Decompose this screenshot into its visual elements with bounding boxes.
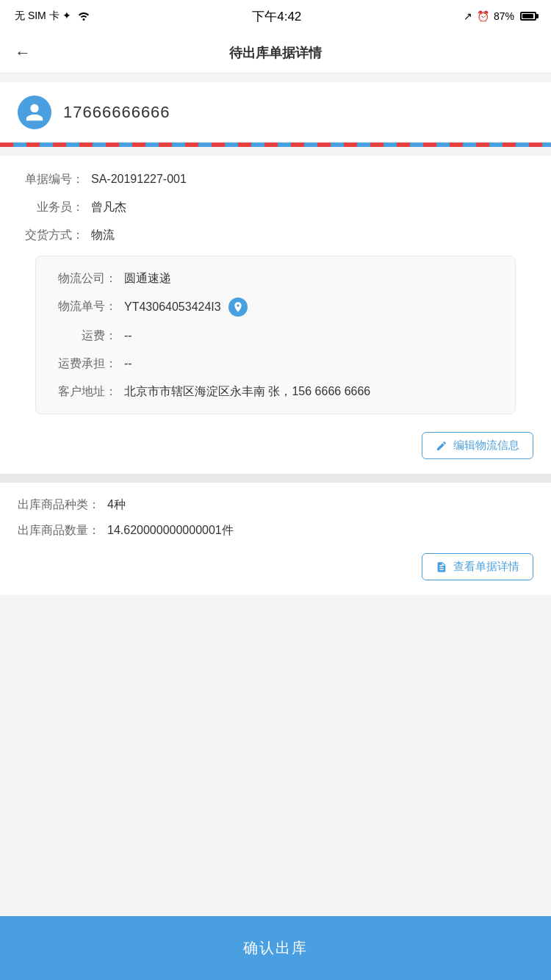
tracking-location-icon[interactable] bbox=[228, 298, 248, 317]
agent-value: 曾凡杰 bbox=[91, 198, 533, 216]
delivery-row: 交货方式： 物流 bbox=[18, 226, 533, 244]
tracking-value: YT43064053424I3 bbox=[124, 298, 221, 316]
tracking-number-row: 物流单号： YT43064053424I3 bbox=[51, 298, 500, 317]
tracking-value-row: YT43064053424I3 bbox=[117, 298, 248, 317]
page-title: 待出库单据详情 bbox=[229, 44, 322, 62]
view-details-button[interactable]: 查看单据详情 bbox=[422, 553, 533, 580]
agent-row: 业务员： 曾凡杰 bbox=[18, 198, 533, 216]
confirm-btn-wrapper: 确认出库 bbox=[0, 916, 551, 980]
goods-type-label: 出库商品种类： bbox=[18, 497, 100, 513]
nav-bar: ← 待出库单据详情 bbox=[0, 32, 551, 73]
document-number-value: SA-20191227-001 bbox=[91, 170, 533, 188]
edit-btn-row: 编辑物流信息 bbox=[18, 426, 533, 459]
user-phone: 17666666666 bbox=[63, 103, 170, 122]
goods-quantity-value: 14.620000000000001件 bbox=[107, 523, 234, 538]
logistics-company-value: 圆通速递 bbox=[124, 270, 500, 287]
freight-label: 运费： bbox=[51, 327, 117, 345]
freight-bearer-value: -- bbox=[124, 355, 500, 372]
document-icon bbox=[436, 561, 447, 573]
logistics-company-row: 物流公司： 圆通速递 bbox=[51, 270, 500, 287]
status-left: 无 SIM 卡 ✦ bbox=[15, 10, 90, 23]
address-value: 北京市市辖区海淀区永丰南 张，156 6666 6666 bbox=[124, 383, 500, 400]
confirm-outbound-button[interactable]: 确认出库 bbox=[18, 928, 533, 968]
wifi-icon bbox=[77, 10, 90, 23]
status-time: 下午4:42 bbox=[252, 8, 301, 25]
goods-quantity-row: 出库商品数量： 14.620000000000001件 bbox=[18, 523, 533, 538]
edit-logistics-label: 编辑物流信息 bbox=[453, 439, 519, 453]
bottom-spacer bbox=[0, 595, 551, 742]
logistics-company-label: 物流公司： bbox=[51, 270, 117, 287]
document-number-row: 单据编号： SA-20191227-001 bbox=[18, 170, 533, 188]
freight-bearer-row: 运费承担： -- bbox=[51, 355, 500, 372]
goods-section: 出库商品种类： 4种 出库商品数量： 14.620000000000001件 bbox=[0, 483, 551, 553]
basic-info-section: 单据编号： SA-20191227-001 业务员： 曾凡杰 交货方式： 物流 … bbox=[0, 156, 551, 474]
delivery-label: 交货方式： bbox=[18, 226, 84, 244]
alarm-icon: ⏰ bbox=[477, 10, 489, 22]
back-button[interactable]: ← bbox=[9, 37, 37, 68]
section-divider bbox=[0, 474, 551, 483]
view-btn-row: 查看单据详情 bbox=[0, 553, 551, 595]
document-number-label: 单据编号： bbox=[18, 170, 84, 188]
sim-status: 无 SIM 卡 ✦ bbox=[15, 10, 71, 23]
avatar bbox=[18, 96, 51, 129]
logistics-card: 物流公司： 圆通速递 物流单号： YT43064053424I3 运费： -- … bbox=[35, 256, 516, 414]
address-label: 客户地址： bbox=[51, 383, 117, 400]
location-status-icon: ↗ bbox=[464, 10, 472, 22]
goods-quantity-label: 出库商品数量： bbox=[18, 523, 100, 538]
address-row: 客户地址： 北京市市辖区海淀区永丰南 张，156 6666 6666 bbox=[51, 383, 500, 400]
view-details-label: 查看单据详情 bbox=[453, 560, 519, 574]
delivery-value: 物流 bbox=[91, 226, 533, 244]
battery-icon bbox=[520, 12, 536, 21]
battery-percent: 87% bbox=[494, 10, 514, 22]
edit-logistics-button[interactable]: 编辑物流信息 bbox=[422, 432, 533, 459]
freight-value: -- bbox=[124, 327, 500, 345]
status-bar: 无 SIM 卡 ✦ 下午4:42 ↗ ⏰ 87% bbox=[0, 0, 551, 32]
freight-row: 运费： -- bbox=[51, 327, 500, 345]
dashed-divider bbox=[0, 143, 551, 147]
tracking-label: 物流单号： bbox=[51, 298, 117, 315]
user-avatar-icon bbox=[24, 102, 45, 123]
agent-label: 业务员： bbox=[18, 198, 84, 216]
status-right: ↗ ⏰ 87% bbox=[464, 10, 536, 22]
edit-icon bbox=[436, 440, 447, 452]
freight-bearer-label: 运费承担： bbox=[51, 355, 117, 372]
goods-type-row: 出库商品种类： 4种 bbox=[18, 497, 533, 513]
goods-type-value: 4种 bbox=[107, 497, 126, 513]
user-header: 17666666666 bbox=[0, 82, 551, 143]
map-pin-icon bbox=[232, 301, 244, 313]
